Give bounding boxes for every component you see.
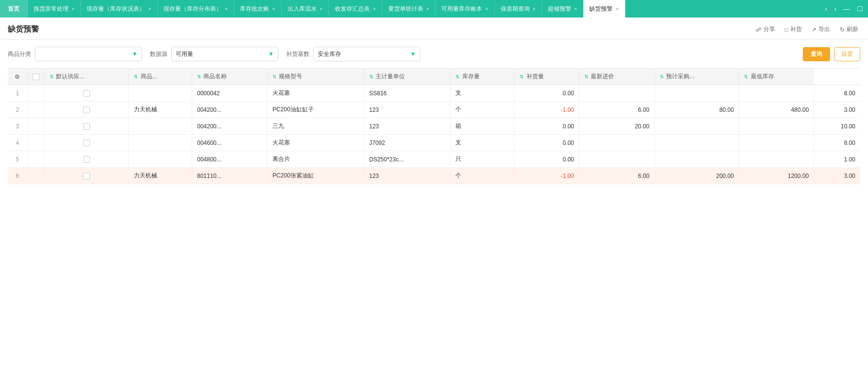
close-tab-defect-handling[interactable]: × xyxy=(72,6,74,12)
row-checkbox-5[interactable] xyxy=(44,168,129,184)
row-checkbox-2[interactable] xyxy=(44,118,129,135)
close-tab-in-out-flow[interactable]: × xyxy=(320,6,323,12)
row-cb-2[interactable] xyxy=(83,123,90,130)
th-unit[interactable]: ⇅ 主计量单位 xyxy=(364,69,450,85)
export-button[interactable]: ↗ 导出 xyxy=(810,24,832,35)
row-replenish-qty-3 xyxy=(579,135,654,151)
row-checkbox-4[interactable] xyxy=(44,151,129,168)
row-product-code-0: 0000042 xyxy=(192,85,268,102)
row-min-stock-4: 1.00 xyxy=(814,151,860,168)
table-row: 1 0000042 火花塞 SS816 支 0.00 8.00 xyxy=(8,85,860,102)
datasource-select[interactable]: 可用量 ▼ xyxy=(171,47,278,61)
row-checkbox-0[interactable] xyxy=(44,85,129,102)
replenish-base-select[interactable]: 安全库存 ▼ xyxy=(313,47,420,61)
row-supplier-2 xyxy=(129,118,192,135)
replenish-base-value: 安全库存 xyxy=(318,50,341,58)
tab-demand-stats[interactable]: 要货单统计表 × xyxy=(382,0,435,18)
datasource-filter-group: 数据源 可用量 ▼ xyxy=(150,47,278,61)
row-gear-5 xyxy=(27,168,44,184)
row-est-purchase-4 xyxy=(739,151,814,168)
close-tab-inventory-status[interactable]: × xyxy=(148,6,151,12)
row-replenish-qty-4 xyxy=(579,151,654,168)
row-est-purchase-3 xyxy=(739,135,814,151)
tab-expiry-query[interactable]: 保质期查询 × xyxy=(495,0,542,18)
tab-overstock[interactable]: 超储预警 × xyxy=(542,0,583,18)
th-stock[interactable]: ⇅ 库存量 xyxy=(451,69,515,85)
table-row: 6 力天机械 801110... PC200张紧油缸 123 个 -1.00 6… xyxy=(8,168,860,184)
row-product-code-3: 004600... xyxy=(192,135,268,151)
row-cb-4[interactable] xyxy=(83,156,90,163)
close-tab-avail-ledger[interactable]: × xyxy=(485,6,488,12)
row-cb-3[interactable] xyxy=(83,140,90,146)
row-product-name-3: 火花塞 xyxy=(267,135,364,151)
row-supplier-0 xyxy=(129,85,192,102)
th-supplier[interactable]: ⇅ 默认供应... xyxy=(44,69,129,85)
tab-scroll-right[interactable]: › xyxy=(831,4,839,13)
row-checkbox-1[interactable] xyxy=(44,102,129,118)
row-cb-5[interactable] xyxy=(83,173,90,179)
tab-in-out-flow[interactable]: 出入库流水 × xyxy=(282,0,329,18)
select-all-checkbox[interactable] xyxy=(33,73,39,80)
sort-supplier-icon: ⇅ xyxy=(50,74,54,79)
tab-avail-ledger[interactable]: 可用量库存账本 × xyxy=(435,0,494,18)
tab-bar: 首页 拣货异常处理 × 现存量（库存状况表） × 现存量（库存分布表） × 库存… xyxy=(0,0,868,18)
tab-home[interactable]: 首页 xyxy=(0,0,28,18)
th-replenish-qty[interactable]: ⇅ 补货量 xyxy=(515,69,579,85)
row-replenish-qty-0 xyxy=(579,85,654,102)
close-tab-inventory-dist[interactable]: × xyxy=(225,6,228,12)
tab-scroll-left[interactable]: ‹ xyxy=(822,4,831,13)
row-product-code-5: 801110... xyxy=(192,168,268,184)
th-latest-price[interactable]: ⇅ 最新进价 xyxy=(579,69,654,85)
th-gear[interactable]: ⚙ xyxy=(8,69,27,85)
close-tab-overstock[interactable]: × xyxy=(574,6,577,12)
tab-shortage[interactable]: 缺货预警 × xyxy=(583,0,625,18)
replenish-button[interactable]: □ 补货 xyxy=(783,24,804,35)
shortage-table: ⚙ ⇅ 默认供应... ⇅ 商品... ⇅ 商品名称 xyxy=(8,68,860,184)
close-tab-batch-account[interactable]: × xyxy=(272,6,275,12)
row-latest-price-0 xyxy=(654,85,739,102)
row-cb-0[interactable] xyxy=(83,90,90,97)
row-spec-0: SS816 xyxy=(364,85,450,102)
row-checkbox-3[interactable] xyxy=(44,135,129,151)
share-button[interactable]: ☍ 分享 xyxy=(754,24,777,35)
category-select[interactable]: ▼ xyxy=(35,47,142,61)
table-row: 3 004200... 三九 123 箱 0.00 20.00 10.00 xyxy=(8,118,860,135)
close-tab-expiry-query[interactable]: × xyxy=(533,6,536,12)
row-est-purchase-0 xyxy=(739,85,814,102)
close-tab-recv-summary[interactable]: × xyxy=(373,6,376,12)
row-replenish-qty-2: 20.00 xyxy=(579,118,654,135)
sort-replenish-qty-icon: ⇅ xyxy=(520,74,524,79)
th-product-code[interactable]: ⇅ 商品... xyxy=(129,69,192,85)
row-cb-1[interactable] xyxy=(83,106,90,113)
th-spec[interactable]: ⇅ 规格型号 xyxy=(267,69,364,85)
th-est-purchase[interactable]: ⇅ 预计采购... xyxy=(654,69,739,85)
replenish-base-filter-group: 补货基数 安全库存 ▼ xyxy=(286,47,420,61)
row-unit-0: 支 xyxy=(451,85,515,102)
row-stock-2: 0.00 xyxy=(515,118,579,135)
tab-batch-account[interactable]: 库存批次账 × xyxy=(234,0,281,18)
row-num-4: 5 xyxy=(8,151,27,168)
sort-est-purchase-icon: ⇅ xyxy=(660,74,664,79)
refresh-button[interactable]: ↻ 刷新 xyxy=(838,24,860,35)
category-filter-group: 商品分类 ▼ xyxy=(8,47,142,61)
th-checkbox[interactable] xyxy=(27,69,44,85)
row-spec-5: 123 xyxy=(364,168,450,184)
close-tab-demand-stats[interactable]: × xyxy=(426,6,429,12)
query-button[interactable]: 查询 xyxy=(803,47,830,61)
tab-minimize[interactable]: — xyxy=(840,4,853,13)
tab-inventory-dist[interactable]: 现存量（库存分布表） × xyxy=(158,0,234,18)
table-container: ⚙ ⇅ 默认供应... ⇅ 商品... ⇅ 商品名称 xyxy=(0,68,868,184)
tab-defect-handling[interactable]: 拣货异常处理 × xyxy=(28,0,81,18)
replenish-base-label: 补货基数 xyxy=(286,50,309,58)
tab-maximize[interactable]: ☐ xyxy=(854,4,866,13)
row-num-0: 1 xyxy=(8,85,27,102)
th-product-name[interactable]: ⇅ 商品名称 xyxy=(192,69,268,85)
close-tab-shortage[interactable]: × xyxy=(615,6,618,12)
tab-recv-summary[interactable]: 收发存汇总表 × xyxy=(329,0,382,18)
row-product-code-4: 004800... xyxy=(192,151,268,168)
th-min-stock[interactable]: ⇅ 最低库存 xyxy=(739,69,814,85)
row-spec-3: J7092 xyxy=(364,135,450,151)
settings-button[interactable]: 设置 xyxy=(834,47,860,61)
row-replenish-qty-1: 6.00 xyxy=(579,102,654,118)
tab-inventory-status[interactable]: 现存量（库存状况表） × xyxy=(81,0,157,18)
